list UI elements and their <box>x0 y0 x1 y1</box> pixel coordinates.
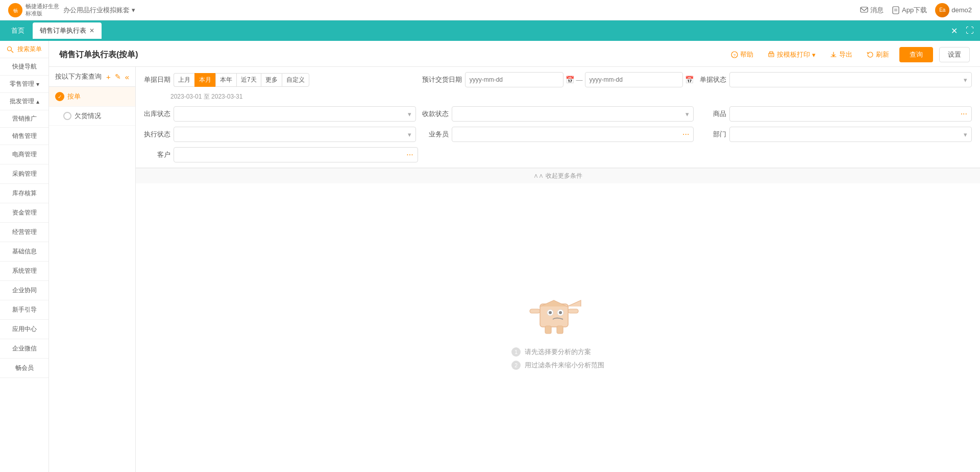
dept-label: 部门 <box>700 130 726 139</box>
schema-sub-circle <box>63 112 71 120</box>
sidebar-item-guide[interactable]: 新手引导 <box>0 300 48 320</box>
empty-hint-2: 2 用过滤条件来缩小分析范围 <box>511 361 604 370</box>
date-tab-this-month[interactable]: 本月 <box>194 73 215 87</box>
date-tab-more[interactable]: 更多 <box>261 73 282 87</box>
salesman-more-icon[interactable]: ··· <box>682 130 689 139</box>
filter-date-field: 单据日期 上月 本月 本年 近7天 更多 自定义 <box>144 72 416 87</box>
sidebar-item-basic[interactable]: 基础信息 <box>0 242 48 262</box>
tab-sales-order[interactable]: 销售订单执行表 ✕ <box>33 22 102 39</box>
retail-expand-icon: ▾ <box>36 81 39 88</box>
svg-rect-18 <box>530 309 540 313</box>
svg-point-6 <box>7 46 11 51</box>
svg-text:畅: 畅 <box>13 8 18 13</box>
status-select[interactable]: ▾ <box>729 72 972 87</box>
sidebar-item-ecommerce[interactable]: 电商管理 <box>0 145 48 164</box>
sidebar-item-system[interactable]: 系统管理 <box>0 262 48 281</box>
sidebar-item-wholesale[interactable]: 批发管理 ▴ <box>0 93 48 110</box>
sidebar-item-wechat[interactable]: 企业微信 <box>0 339 48 359</box>
schema-edit-icon[interactable]: ✎ <box>115 73 121 81</box>
svg-rect-11 <box>770 52 773 54</box>
schema-collapse-icon[interactable]: « <box>125 73 129 81</box>
status-label: 单据状态 <box>700 75 726 84</box>
exec-status-select[interactable]: ▾ <box>174 127 416 142</box>
hint-number-2: 2 <box>511 361 521 370</box>
customer-more-icon[interactable]: ··· <box>406 150 413 159</box>
top-header: 畅 畅捷通好生意 标准版 办公用品行业模拟账套 ▾ 消息 <box>0 0 980 20</box>
tab-bar-left: 首页 销售订单执行表 ✕ <box>4 22 102 39</box>
user-menu[interactable]: Ea demo2 <box>935 3 972 17</box>
filter-expected-date-field: 预计交货日期 📅 — 📅 <box>422 72 694 87</box>
sidebar-item-inventory[interactable]: 库存核算 <box>0 184 48 203</box>
date-tab-7days[interactable]: 近7天 <box>236 73 261 87</box>
svg-rect-19 <box>568 309 578 313</box>
app-download-btn[interactable]: App下载 <box>892 6 927 15</box>
sidebar: 搜索菜单 快捷导航 零售管理 ▾ 批发管理 ▴ 营销推广 销售管理 电商管理 采 <box>0 41 49 472</box>
dept-select[interactable]: ▾ <box>729 127 972 142</box>
filter-out-status-field: 出库状态 ▾ <box>144 106 416 122</box>
sidebar-item-purchase[interactable]: 采购管理 <box>0 164 48 184</box>
filter-dept-field: 部门 ▾ <box>700 127 972 142</box>
sidebar-item-sales[interactable]: 销售管理 <box>0 128 48 145</box>
filter-exec-status-field: 执行状态 ▾ <box>144 127 416 142</box>
receipt-status-dropdown-icon: ▾ <box>685 110 689 118</box>
filter-salesman-field: 业务员 ··· <box>422 127 694 142</box>
empty-hints: 1 请先选择要分析的方案 2 用过滤条件来缩小分析范围 <box>511 347 604 370</box>
query-btn[interactable]: 查询 <box>899 47 933 62</box>
sidebar-search[interactable]: 搜索菜单 <box>0 41 48 58</box>
content-area: 销售订单执行表(按单) ? 帮助 按模板打印 ▾ <box>49 41 980 472</box>
header-left: 畅 畅捷通好生意 标准版 办公用品行业模拟账套 ▾ <box>8 3 135 17</box>
date-label: 单据日期 <box>144 75 170 84</box>
schema-item-circle-main: ✓ <box>55 92 64 101</box>
sidebar-item-collab[interactable]: 企业协同 <box>0 281 48 300</box>
goods-more-icon[interactable]: ··· <box>961 109 967 119</box>
sidebar-item-finance[interactable]: 资金管理 <box>0 203 48 223</box>
tab-fullscreen-icon[interactable]: ⛶ <box>964 24 976 37</box>
expected-date-from[interactable] <box>465 72 564 87</box>
svg-rect-21 <box>557 326 563 334</box>
receipt-status-select[interactable]: ▾ <box>452 106 694 122</box>
company-selector[interactable]: 办公用品行业模拟账套 ▾ <box>63 6 135 15</box>
schema-item-backorder[interactable]: 欠货情况 <box>49 107 135 126</box>
date-tab-custom[interactable]: 自定义 <box>282 73 309 87</box>
sidebar-section-retail: 零售管理 ▾ <box>0 76 48 93</box>
date-range-text: 2023-03-01 至 2023-03-31 <box>144 92 972 101</box>
export-btn[interactable]: 导出 <box>826 48 856 61</box>
wholesale-expand-icon: ▴ <box>36 98 39 105</box>
tab-close-all-icon[interactable]: ✕ <box>949 24 960 38</box>
svg-text:?: ? <box>733 53 736 58</box>
page-title: 销售订单执行表(按单) <box>59 50 138 60</box>
svg-line-7 <box>11 51 13 53</box>
svg-point-16 <box>549 311 552 314</box>
sidebar-quick-nav[interactable]: 快捷导航 <box>0 58 48 76</box>
out-status-select[interactable]: ▾ <box>174 106 416 122</box>
sidebar-item-marketing[interactable]: 营销推广 <box>0 110 48 128</box>
message-btn[interactable]: 消息 <box>860 6 884 15</box>
dept-dropdown-icon: ▾ <box>964 131 967 138</box>
tab-home[interactable]: 首页 <box>4 22 32 39</box>
out-status-dropdown-icon: ▾ <box>408 110 411 118</box>
sidebar-item-member[interactable]: 畅会员 <box>0 359 48 378</box>
expected-date-to[interactable] <box>585 72 683 87</box>
svg-rect-2 <box>861 7 868 12</box>
schema-item-by-order[interactable]: ✓ 按单 <box>49 87 135 107</box>
date-tab-last-month[interactable]: 上月 <box>174 73 194 87</box>
calendar-icon-to: 📅 <box>685 76 694 84</box>
svg-rect-13 <box>540 304 568 327</box>
help-btn[interactable]: ? 帮助 <box>727 48 757 61</box>
settings-btn[interactable]: 设置 <box>939 47 970 62</box>
schema-add-icon[interactable]: + <box>106 73 111 81</box>
collapse-icon: ∧∧ <box>533 172 545 179</box>
date-tab-this-year[interactable]: 本年 <box>215 73 236 87</box>
tab-close-icon[interactable]: ✕ <box>89 27 94 34</box>
template-print-btn[interactable]: 按模板打印 ▾ <box>764 48 820 61</box>
collapse-bar[interactable]: ∧∧ 收起更多条件 <box>136 168 980 183</box>
filter-area: 单据日期 上月 本月 本年 近7天 更多 自定义 <box>136 67 980 168</box>
sidebar-item-appcenter[interactable]: 应用中心 <box>0 320 48 339</box>
empty-state: 1 请先选择要分析的方案 2 用过滤条件来缩小分析范围 <box>136 183 980 472</box>
filter-row-2: 出库状态 ▾ 收款状态 ▾ <box>144 106 972 122</box>
sidebar-item-operation[interactable]: 经营管理 <box>0 223 48 242</box>
refresh-btn[interactable]: 刷新 <box>863 48 893 61</box>
salesman-label: 业务员 <box>422 130 449 139</box>
svg-rect-3 <box>893 7 899 14</box>
sidebar-item-retail[interactable]: 零售管理 ▾ <box>0 76 48 93</box>
